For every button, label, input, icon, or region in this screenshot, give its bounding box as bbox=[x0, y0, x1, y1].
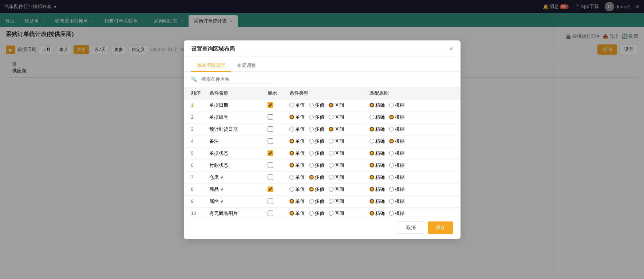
match-fuzzy-opt[interactable]: 模糊 bbox=[389, 186, 404, 193]
display-checkbox[interactable] bbox=[268, 102, 273, 108]
row-display[interactable] bbox=[268, 138, 289, 144]
type-multi-opt[interactable]: 多值 bbox=[309, 198, 324, 205]
match-exact-opt[interactable]: 精确 bbox=[370, 102, 385, 109]
display-checkbox[interactable] bbox=[268, 211, 273, 216]
row-type: 单值 多值 区间 bbox=[289, 174, 370, 181]
row-display[interactable] bbox=[268, 199, 289, 204]
row-match: 精确 模糊 bbox=[370, 162, 435, 169]
save-button[interactable]: 保存 bbox=[428, 221, 453, 234]
row-num: 2 bbox=[191, 114, 209, 120]
type-range-opt[interactable]: 区间 bbox=[329, 174, 344, 181]
display-checkbox[interactable] bbox=[268, 199, 273, 204]
type-range-opt[interactable]: 区间 bbox=[329, 138, 344, 145]
match-exact-opt[interactable]: 精确 bbox=[370, 150, 385, 157]
match-fuzzy-opt[interactable]: 模糊 bbox=[389, 126, 404, 133]
display-checkbox[interactable] bbox=[268, 114, 273, 120]
display-checkbox[interactable] bbox=[268, 150, 273, 156]
th-display: 显示 bbox=[268, 90, 289, 97]
row-name: 付款状态 bbox=[209, 162, 268, 169]
type-range-opt[interactable]: 区间 bbox=[329, 210, 344, 216]
match-fuzzy-opt[interactable]: 模糊 bbox=[389, 198, 404, 205]
match-exact-opt[interactable]: 精确 bbox=[370, 174, 385, 181]
match-fuzzy-opt[interactable]: 模糊 bbox=[389, 138, 404, 145]
type-multi-opt[interactable]: 多值 bbox=[309, 186, 324, 193]
match-exact-opt[interactable]: 精确 bbox=[370, 138, 385, 145]
row-num: 6 bbox=[191, 162, 209, 168]
type-single-opt[interactable]: 单值 bbox=[289, 210, 305, 216]
match-fuzzy-opt[interactable]: 模糊 bbox=[389, 150, 404, 157]
type-single-opt[interactable]: 单值 bbox=[289, 150, 305, 157]
row-type: 单值 多值 区间 bbox=[289, 162, 370, 169]
type-multi-opt[interactable]: 多值 bbox=[309, 126, 324, 133]
row-match: 精确 模糊 bbox=[370, 210, 435, 216]
type-single-opt[interactable]: 单值 bbox=[289, 114, 305, 121]
type-single-opt[interactable]: 单值 bbox=[289, 162, 305, 169]
row-type: 单值 多值 区间 bbox=[289, 114, 370, 121]
cancel-button[interactable]: 取消 bbox=[398, 221, 424, 234]
row-display[interactable] bbox=[268, 114, 289, 120]
display-checkbox[interactable] bbox=[268, 186, 273, 192]
dialog-search-area: 🔍 bbox=[184, 72, 461, 87]
type-multi-opt[interactable]: 多值 bbox=[309, 174, 324, 181]
th-type: 条件类型 bbox=[289, 90, 370, 97]
table-row: 7 仓库 ∨ 单值 多值 区间 bbox=[184, 172, 461, 184]
type-range-opt[interactable]: 区间 bbox=[329, 150, 344, 157]
row-num: 10 bbox=[191, 211, 209, 216]
display-checkbox[interactable] bbox=[268, 162, 273, 168]
match-fuzzy-opt[interactable]: 模糊 bbox=[389, 102, 404, 109]
row-display[interactable] bbox=[268, 126, 289, 132]
type-range-opt[interactable]: 区间 bbox=[329, 126, 344, 133]
type-single-opt[interactable]: 单值 bbox=[289, 138, 305, 145]
type-multi-opt[interactable]: 多值 bbox=[309, 114, 324, 121]
type-multi-opt[interactable]: 多值 bbox=[309, 162, 324, 169]
row-display[interactable] bbox=[268, 102, 289, 108]
row-display[interactable] bbox=[268, 186, 289, 192]
dialog-header: 设置查询区域布局 × bbox=[184, 40, 461, 56]
row-match: 精确 模糊 bbox=[370, 138, 435, 145]
type-single-opt[interactable]: 单值 bbox=[289, 186, 305, 193]
match-fuzzy-opt[interactable]: 模糊 bbox=[389, 114, 404, 121]
match-exact-opt[interactable]: 精确 bbox=[370, 186, 385, 193]
display-checkbox[interactable] bbox=[268, 126, 273, 132]
th-order: 顺序 bbox=[191, 90, 209, 97]
row-num: 8 bbox=[191, 186, 209, 192]
match-fuzzy-opt[interactable]: 模糊 bbox=[389, 162, 404, 169]
type-multi-opt[interactable]: 多值 bbox=[309, 102, 324, 109]
dialog-close-button[interactable]: × bbox=[449, 46, 453, 52]
match-exact-opt[interactable]: 精确 bbox=[370, 126, 385, 133]
match-exact-opt[interactable]: 精确 bbox=[370, 198, 385, 205]
row-display[interactable] bbox=[268, 174, 289, 180]
type-range-opt[interactable]: 区间 bbox=[329, 114, 344, 121]
match-fuzzy-opt[interactable]: 模糊 bbox=[389, 210, 404, 216]
row-name: 有无商品图片 bbox=[209, 210, 268, 216]
dialog-tab-layout[interactable]: 布局调整 bbox=[231, 60, 262, 72]
dialog-tab-query-fields[interactable]: 查询字段设置 bbox=[191, 60, 231, 72]
match-fuzzy-opt[interactable]: 模糊 bbox=[389, 174, 404, 181]
display-checkbox[interactable] bbox=[268, 174, 273, 180]
row-display[interactable] bbox=[268, 150, 289, 156]
type-multi-opt[interactable]: 多值 bbox=[309, 138, 324, 145]
type-single-opt[interactable]: 单值 bbox=[289, 174, 305, 181]
dialog-tabs: 查询字段设置 布局调整 bbox=[184, 56, 461, 72]
row-num: 3 bbox=[191, 126, 209, 132]
match-exact-opt[interactable]: 精确 bbox=[370, 114, 385, 121]
match-exact-opt[interactable]: 精确 bbox=[370, 162, 385, 169]
row-name: 单据编号 bbox=[209, 114, 268, 121]
type-multi-opt[interactable]: 多值 bbox=[309, 210, 324, 216]
type-range-opt[interactable]: 区间 bbox=[329, 198, 344, 205]
type-range-opt[interactable]: 区间 bbox=[329, 186, 344, 193]
row-display[interactable] bbox=[268, 162, 289, 168]
row-name: 备注 bbox=[209, 138, 268, 145]
type-single-opt[interactable]: 单值 bbox=[289, 102, 305, 109]
type-range-opt[interactable]: 区间 bbox=[329, 162, 344, 169]
type-multi-opt[interactable]: 多值 bbox=[309, 150, 324, 157]
search-input[interactable] bbox=[199, 75, 272, 83]
type-single-opt[interactable]: 单值 bbox=[289, 126, 305, 133]
row-type: 单值 多值 区间 bbox=[289, 102, 370, 109]
row-num: 7 bbox=[191, 174, 209, 180]
display-checkbox[interactable] bbox=[268, 138, 273, 144]
type-range-opt[interactable]: 区间 bbox=[329, 102, 344, 109]
match-exact-opt[interactable]: 精确 bbox=[370, 210, 385, 216]
row-display[interactable] bbox=[268, 211, 289, 216]
type-single-opt[interactable]: 单值 bbox=[289, 198, 305, 205]
